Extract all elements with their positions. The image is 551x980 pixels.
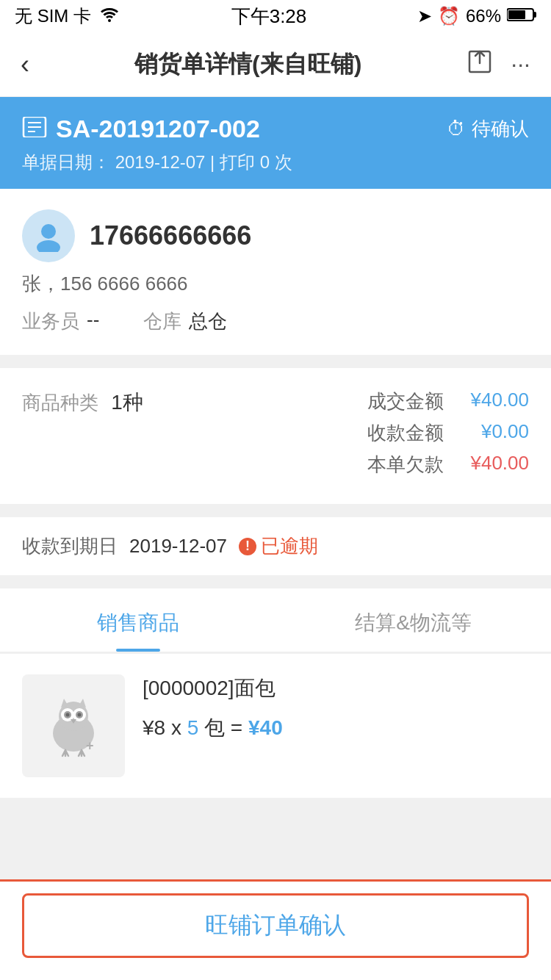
status-bar: 无 SIM 卡 下午3:28 ➤ ⏰ 66% [0,0,551,32]
more-button[interactable]: ··· [511,51,530,78]
nav-bar: ‹ 销货单详情(来自旺铺) ··· [0,32,551,97]
price-label: ¥8 [143,716,165,739]
product-unit: 包 [204,716,225,739]
order-header: SA-20191207-002 ⏱ 待确认 单据日期： 2019-12-07 |… [0,97,551,189]
svg-point-8 [41,224,56,239]
overdue-icon: ! [239,538,256,555]
alarm-icon: ⏰ [438,6,460,26]
back-button[interactable]: ‹ [21,49,29,80]
received-label: 收款金额 [367,420,444,446]
due-date-value: 2019-12-07 [129,535,227,558]
status-time: 下午3:28 [231,4,307,29]
due-label: 收款到期日 [22,533,118,559]
due-date-card: 收款到期日 2019-12-07 ! 已逾期 [0,517,551,575]
svg-point-9 [37,240,60,252]
customer-name: 张，156 6666 6666 [22,271,529,297]
location-icon: ➤ [417,6,432,26]
salesperson-label: 业务员 [22,309,79,334]
summary-card: 商品种类 1种 成交金额 ¥40.00 收款金额 ¥0.00 本单欠款 ¥40.… [0,368,551,504]
debt-value: ¥40.00 [455,452,529,478]
status-bar-left: 无 SIM 卡 [15,4,120,28]
confirm-button[interactable]: 旺铺订单确认 [22,893,529,958]
product-total: ¥40 [248,716,283,739]
product-info: [0000002]面包 ¥8 x 5 包 = ¥40 [143,674,529,777]
avatar [22,209,75,262]
page-title: 销货单详情(来自旺铺) [134,48,361,81]
product-card: + [0000002]面包 ¥8 x 5 包 = ¥40 [0,654,551,798]
amount-label: 成交金额 [367,389,444,414]
order-id: SA-20191207-002 [22,115,260,143]
salesperson-value: -- [87,309,99,334]
warehouse-value: 总仓 [189,309,227,334]
overdue-text: 已逾期 [261,533,318,559]
customer-phone: 17666666666 [90,220,251,251]
svg-point-17 [78,713,82,717]
battery-label: 66% [466,6,501,26]
customer-meta: 业务员 -- 仓库 总仓 [22,309,529,334]
product-image: + [22,674,125,777]
order-icon [22,115,47,143]
multiply-sign: x [171,716,187,739]
carrier-label: 无 SIM 卡 [15,4,91,28]
order-status: ⏱ 待确认 [447,116,529,142]
debt-label: 本单欠款 [367,452,444,478]
product-qty: 5 [187,716,199,739]
svg-rect-1 [533,12,536,18]
amount-summary: 成交金额 ¥40.00 收款金额 ¥0.00 本单欠款 ¥40.00 [367,389,529,483]
tab-settlement[interactable]: 结算&物流等 [276,588,551,652]
status-bar-right: ➤ ⏰ 66% [417,6,536,26]
order-date: 单据日期： 2019-12-07 | 打印 0 次 [22,151,529,174]
customer-card: 17666666666 张，156 6666 6666 业务员 -- 仓库 总仓 [0,189,551,355]
svg-rect-2 [508,10,525,19]
product-name: [0000002]面包 [143,674,529,702]
tab-sales-goods[interactable]: 销售商品 [0,588,276,652]
equals-sign: = [231,716,248,739]
nav-actions: ··· [467,48,530,81]
product-price: ¥8 x 5 包 = ¥40 [143,714,529,742]
confirm-section: 旺铺订单确认 [0,879,551,980]
wifi-icon [98,6,120,26]
goods-type: 商品种类 1种 [22,389,143,417]
battery-icon [507,6,536,26]
status-text: 待确认 [472,116,529,142]
share-button[interactable] [467,48,493,81]
svg-text:+: + [86,738,94,753]
clock-icon: ⏱ [447,118,466,140]
svg-point-16 [66,713,70,717]
warehouse-label: 仓库 [143,309,181,334]
amount-value: ¥40.00 [455,389,529,414]
tabs: 销售商品 结算&物流等 [0,588,551,652]
received-value: ¥0.00 [455,420,529,446]
overdue-badge: ! 已逾期 [239,533,318,559]
